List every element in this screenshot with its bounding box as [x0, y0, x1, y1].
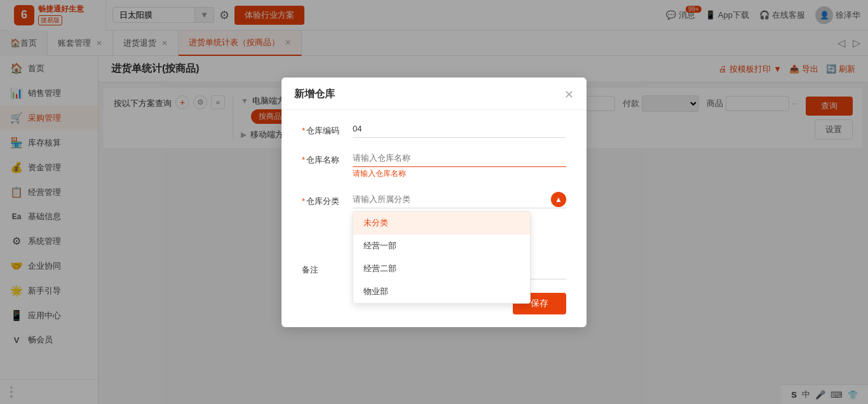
code-label: *仓库编码	[302, 120, 353, 137]
arrow-up-icon: ▲	[555, 195, 562, 204]
dropdown-item-unclassified[interactable]: 未分类	[353, 212, 530, 234]
name-label: *仓库名称	[302, 149, 353, 166]
modal-title: 新增仓库	[294, 88, 335, 101]
category-input[interactable]	[353, 191, 566, 208]
name-error-msg: 请输入仓库名称	[353, 168, 566, 179]
category-dropdown-btn[interactable]: ▲	[551, 192, 566, 207]
category-dropdown: 未分类 经营一部 经营二部 物业部	[353, 211, 531, 304]
new-warehouse-modal: 新增仓库 ✕ *仓库编码 *仓库名称 请输入仓库名称	[281, 77, 587, 327]
form-row-name: *仓库名称 请输入仓库名称	[302, 149, 566, 179]
form-row-category: *仓库分类 ▲ 未分类 经营一部 经营二部 物业部	[302, 191, 566, 208]
category-control: ▲ 未分类 经营一部 经营二部 物业部	[353, 191, 566, 208]
code-control	[353, 120, 566, 138]
note-label: 备注	[302, 259, 353, 276]
category-label: *仓库分类	[302, 191, 353, 207]
modal-close-btn[interactable]: ✕	[564, 88, 574, 102]
name-input[interactable]	[353, 149, 566, 167]
name-control: 请输入仓库名称	[353, 149, 566, 179]
modal-body: *仓库编码 *仓库名称 请输入仓库名称 *仓库分类	[281, 110, 587, 281]
code-input[interactable]	[353, 120, 566, 138]
modal-overlay[interactable]: 新增仓库 ✕ *仓库编码 *仓库名称 请输入仓库名称	[0, 0, 868, 404]
dropdown-item-dept3[interactable]: 物业部	[353, 280, 530, 303]
modal-header: 新增仓库 ✕	[281, 77, 587, 110]
dropdown-item-dept1[interactable]: 经营一部	[353, 234, 530, 257]
dropdown-item-dept2[interactable]: 经营二部	[353, 257, 530, 280]
form-row-code: *仓库编码	[302, 120, 566, 138]
